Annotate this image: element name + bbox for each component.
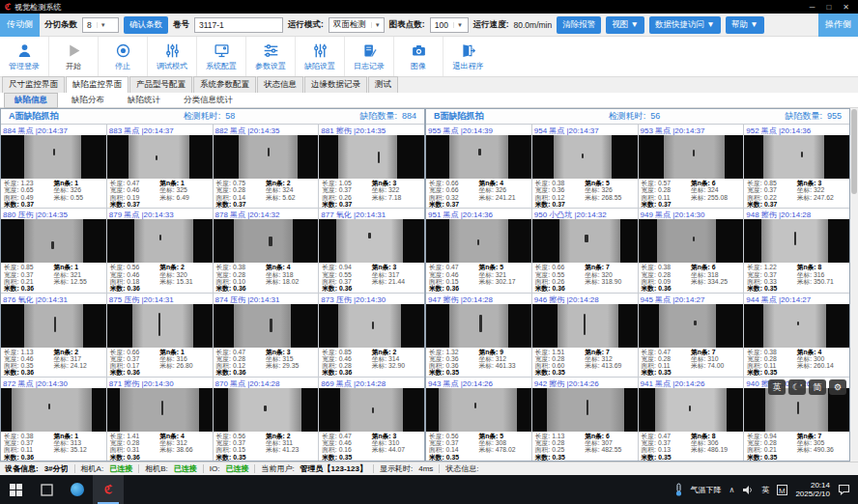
defect-cell[interactable]: 954 黑点 |20:14:37 长度: 0.38 宽度: 0.36 面积: 0… — [532, 125, 638, 208]
tab-main-5[interactable]: 边缘数据记录 — [304, 76, 367, 93]
defect-cell[interactable]: 881 擦伤 |20:14:35 长度: 1.05 宽度: 0.37 面积: 0… — [319, 125, 424, 208]
tray-expand-caret[interactable]: ∧ — [729, 486, 735, 494]
status-info-label: 状态信息: — [445, 463, 478, 474]
theme-moon-button[interactable]: ☾' — [788, 379, 806, 395]
debug-mode-button[interactable]: 调试模式 — [148, 37, 197, 76]
tab-main-0[interactable]: 尺寸监控界面 — [2, 76, 65, 93]
defect-cell[interactable]: 869 黑点 |20:14:28 长度: 0.47 宽度: 0.46 面积: 0… — [319, 378, 424, 461]
taskbar-clock[interactable]: 20:14 2025/2/10 — [795, 481, 830, 498]
lang-english-button[interactable]: 英 — [768, 379, 786, 395]
defect-image — [744, 304, 849, 348]
chevron-down-icon: ▼ — [371, 22, 381, 28]
defect-cell[interactable]: 877 氧化 |20:14:31 长度: 0.94 宽度: 0.55 面积: 0… — [319, 209, 424, 292]
defect-mark — [51, 241, 54, 249]
defect-cell[interactable]: 947 擦伤 |20:14:28 长度: 1.32 宽度: 0.36 面积: 0… — [426, 294, 531, 377]
defect-cell[interactable]: 946 擦伤 |20:14:28 长度: 1.51 宽度: 0.28 面积: 0… — [532, 294, 638, 377]
data-quick-access-menu-button[interactable]: 数据快捷访问 ▼ — [649, 16, 721, 34]
defect-cell[interactable]: 945 黑点 |20:14:27 长度: 0.47 宽度: 0.28 面积: 0… — [639, 294, 744, 377]
minimize-button[interactable]: ─ — [810, 3, 815, 12]
exit-program-button[interactable]: 退出程序 — [443, 37, 493, 76]
defect-cell[interactable]: 942 擦伤 |20:14:26 长度: 1.13 宽度: 0.28 面积: 0… — [532, 378, 638, 461]
defect-cell[interactable]: 949 黑点 |20:14:30 长度: 0.38 宽度: 0.28 面积: 0… — [639, 209, 744, 292]
panel-scrollbar[interactable] — [850, 108, 858, 462]
defect-cell[interactable]: 941 黑点 |20:14:26 长度: 0.47 宽度: 0.37 面积: 0… — [639, 378, 744, 461]
run-mode-select[interactable]: 双面检测▼ — [329, 17, 385, 33]
ime-language-indicator[interactable]: 英 — [761, 485, 769, 495]
view-menu-button[interactable]: 视图 ▼ — [606, 16, 644, 34]
tab-sub-3[interactable]: 分类信息统计 — [174, 94, 243, 107]
lang-simplified-button[interactable]: 简 — [809, 379, 826, 395]
defect-mark — [479, 315, 482, 332]
defect-cell[interactable]: 944 黑点 |20:14:27 长度: 0.38 宽度: 0.28 面积: 0… — [744, 294, 849, 377]
defect-cell[interactable]: 870 黑点 |20:14:28 长度: 0.56 宽度: 0.37 面积: 0… — [214, 378, 319, 461]
material-strip — [659, 304, 716, 348]
defect-cell[interactable]: 882 黑点 |20:14:35 长度: 0.75 宽度: 0.28 面积: 0… — [214, 125, 319, 208]
defect-cell[interactable]: 955 黑点 |20:14:39 长度: 0.66 宽度: 0.66 面积: 0… — [426, 125, 531, 208]
system-config-button[interactable]: 系统配置 — [197, 37, 246, 76]
log-icon — [361, 42, 378, 59]
material-strip — [449, 135, 508, 179]
tab-sub-2[interactable]: 缺陷统计 — [118, 94, 170, 107]
settings-gear-button[interactable]: ⚙ — [829, 379, 846, 395]
defect-cell[interactable]: 943 黑点 |20:14:26 长度: 0.56 宽度: 0.37 面积: 0… — [426, 378, 531, 461]
defect-cell[interactable]: 883 黑点 |20:14:37 长度: 0.47 宽度: 0.46 面积: 0… — [107, 125, 213, 208]
tab-sub-0[interactable]: 缺陷信息 — [4, 93, 58, 108]
defect-cell[interactable]: 879 黑点 |20:14:33 长度: 0.56 宽度: 0.46 面积: 0… — [107, 209, 213, 292]
defect-cell[interactable]: 876 氧化 |20:14:31 长度: 1.13 宽度: 0.46 面积: 0… — [1, 294, 106, 377]
tab-main-2[interactable]: 产品型号配置 — [129, 76, 192, 93]
defect-image — [214, 304, 319, 348]
defect-cell[interactable]: 884 黑点 |20:14:37 长度: 1.23 宽度: 0.65 面积: 0… — [1, 125, 106, 208]
chart-points-label: 图表点数: — [389, 19, 425, 31]
notification-center-icon[interactable] — [838, 484, 850, 495]
defect-mark — [161, 401, 163, 415]
defect-cell[interactable]: 874 压伤 |20:14:31 长度: 0.47 宽度: 0.28 面积: 0… — [214, 294, 319, 377]
defect-cell[interactable]: 878 黑点 |20:14:32 长度: 0.38 宽度: 0.28 面积: 0… — [214, 209, 319, 292]
start-button[interactable]: 开始 — [49, 37, 99, 76]
image-button[interactable]: 图像 — [394, 37, 443, 76]
defect-cell[interactable]: 948 擦伤 |20:14:28 长度: 1.22 宽度: 0.37 面积: 0… — [744, 209, 849, 292]
tab-main-3[interactable]: 系统参数配置 — [193, 76, 256, 93]
defect-image — [532, 388, 638, 432]
defect-cell[interactable]: 951 黑点 |20:14:36 长度: 0.47 宽度: 0.46 面积: 0… — [426, 209, 531, 292]
tab-sub-1[interactable]: 缺陷分布 — [62, 94, 114, 107]
chevron-down-icon: ▼ — [453, 22, 463, 28]
defect-settings-button[interactable]: 缺陷设置 — [296, 37, 345, 76]
taskbar-app-inspection[interactable]: ℭ — [93, 475, 124, 504]
defect-cell[interactable]: 950 小凸坑 |20:14:32 长度: 0.66 宽度: 0.55 面积: … — [532, 209, 638, 292]
slit-count-select[interactable]: 8▼ — [82, 17, 119, 33]
roll-number-input[interactable]: 3117-1 — [194, 17, 283, 33]
close-button[interactable]: ✕ — [843, 3, 849, 12]
defect-cell[interactable]: 953 黑点 |20:14:37 长度: 0.57 宽度: 0.28 面积: 0… — [639, 125, 744, 208]
clear-alarm-button[interactable]: 清除报警 — [557, 16, 601, 34]
defect-cell[interactable]: 871 擦伤 |20:14:30 长度: 1.41 宽度: 0.28 面积: 0… — [107, 378, 213, 461]
weather-text[interactable]: 气温下降 — [691, 485, 722, 495]
taskbar-app-browser[interactable] — [62, 475, 93, 504]
defect-cell[interactable]: 872 黑点 |20:14:30 长度: 0.38 宽度: 0.37 面积: 0… — [1, 378, 106, 461]
defect-cell-header: 952 黑点 |20:14:36 — [744, 125, 849, 135]
speaker-icon[interactable] — [742, 485, 754, 495]
defect-cell[interactable]: 875 压伤 |20:14:31 长度: 0.66 宽度: 0.37 面积: 0… — [107, 294, 213, 377]
material-strip — [134, 219, 193, 263]
task-view-button[interactable] — [31, 475, 62, 504]
ime-mode-icon[interactable]: M — [777, 485, 787, 495]
defect-cell[interactable]: 873 压伤 |20:14:30 长度: 0.85 宽度: 0.46 面积: 0… — [319, 294, 424, 377]
defect-image — [426, 135, 531, 179]
tab-main-4[interactable]: 状态信息 — [257, 76, 303, 93]
defect-cell[interactable]: 880 压伤 |20:14:35 长度: 0.85 宽度: 0.37 面积: 0… — [1, 209, 106, 292]
parameter-settings-button[interactable]: 参数设置 — [246, 37, 296, 76]
maximize-button[interactable]: □ — [826, 3, 831, 12]
stop-button[interactable]: 停止 — [99, 37, 148, 76]
log-record-button[interactable]: 日志记录 — [345, 37, 394, 76]
operate-side-button[interactable]: 操作侧 — [818, 14, 858, 37]
tab-main-1[interactable]: 缺陷监控界面 — [66, 76, 129, 93]
tab-main-6[interactable]: 测试 — [368, 76, 398, 93]
chart-points-select[interactable]: 100▼ — [430, 17, 469, 33]
scrollbar-thumb[interactable] — [851, 109, 857, 194]
defect-image — [639, 135, 744, 179]
drive-side-button[interactable]: 传动侧 — [0, 14, 40, 37]
help-menu-button[interactable]: 帮助 ▼ — [726, 16, 764, 34]
confirm-count-button[interactable]: 确认条数 — [124, 16, 168, 34]
start-button[interactable] — [0, 475, 31, 504]
defect-cell[interactable]: 952 黑点 |20:14:36 长度: 0.85 宽度: 0.37 面积: 0… — [744, 125, 849, 208]
admin-login-button[interactable]: 管理登录 — [0, 37, 49, 76]
